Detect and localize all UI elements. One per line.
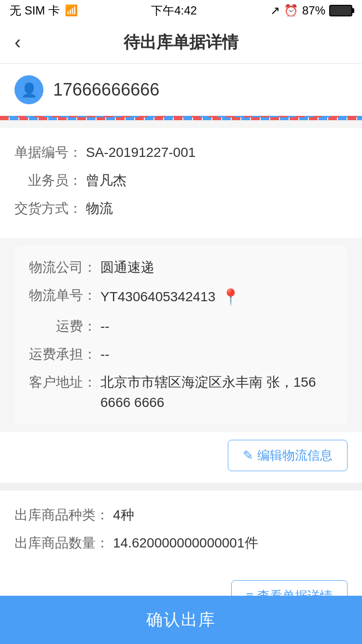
page-title: 待出库单据详情 (124, 31, 238, 54)
logistics-freight-bear-row: 运费承担： -- (29, 344, 333, 364)
delivery-label: 交货方式： (14, 198, 82, 219)
tracking-number: YT43064053424​13 (100, 287, 215, 307)
edit-logistics-button[interactable]: ✎ 编辑物流信息 (228, 440, 348, 471)
location-status-icon: ↗ (270, 4, 280, 17)
logistics-address-row: 客户地址： 北京市市辖区海淀区永丰南 张，156 6666 6666 (29, 372, 333, 413)
customer-header: 👤 17666666666 (0, 64, 362, 117)
battery-percent: 87% (302, 4, 325, 17)
section-divider (0, 483, 362, 490)
bottom-bar: 确认出库 (0, 596, 362, 644)
back-button[interactable]: ‹ (14, 31, 21, 53)
salesman-row: 业务员： 曾凡杰 (14, 170, 348, 191)
logistics-tracking-label: 物流单号： (29, 285, 97, 306)
order-no-label: 单据编号： (14, 142, 82, 163)
order-no-row: 单据编号： SA-20191227-001 (14, 142, 348, 163)
dashed-separator (0, 117, 362, 120)
goods-section: 出库商品种类： 4种 出库商品数量： 14.620000000000001件 (0, 490, 362, 573)
logistics-tracking-row: 物流单号： YT43064053424​13 📍 (29, 285, 333, 308)
logistics-freight-bear-value: -- (100, 344, 333, 364)
order-info-section: 单据编号： SA-20191227-001 业务员： 曾凡杰 交货方式： 物流 (0, 128, 362, 238)
logistics-freight-bear-label: 运费承担： (29, 344, 97, 364)
edit-logistics-label: 编辑物流信息 (257, 447, 333, 464)
logistics-address-value: 北京市市辖区海淀区永丰南 张，156 6666 6666 (100, 372, 333, 413)
confirm-button[interactable]: 确认出库 (146, 609, 216, 631)
carrier-text: 无 SIM 卡 (10, 3, 60, 18)
goods-quantity-row: 出库商品数量： 14.620000000000001件 (14, 533, 348, 553)
alarm-icon: ⏰ (284, 4, 298, 17)
goods-quantity-label: 出库商品数量： (14, 533, 109, 553)
order-no-value: SA-20191227-001 (86, 142, 348, 163)
salesman-label: 业务员： (14, 170, 82, 191)
goods-types-value: 4种 (113, 505, 348, 525)
status-right: ↗ ⏰ 87% (270, 4, 352, 17)
status-left: 无 SIM 卡 📶 (10, 3, 78, 18)
edit-icon: ✎ (243, 448, 253, 463)
avatar-icon: 👤 (21, 82, 38, 98)
map-pin-icon[interactable]: 📍 (221, 285, 240, 308)
status-bar: 无 SIM 卡 📶 下午4:42 ↗ ⏰ 87% (0, 0, 362, 21)
status-time: 下午4:42 (151, 3, 197, 18)
edit-logistics-section: ✎ 编辑物流信息 (0, 432, 362, 483)
logistics-company-label: 物流公司： (29, 257, 97, 278)
goods-types-row: 出库商品种类： 4种 (14, 505, 348, 525)
logistics-company-row: 物流公司： 圆通速递 (29, 257, 333, 278)
delivery-row: 交货方式： 物流 (14, 198, 348, 219)
delivery-value: 物流 (86, 198, 348, 219)
logistics-freight-label: 运费： (29, 316, 97, 336)
battery-icon (329, 5, 352, 16)
goods-quantity-value: 14.620000000000001件 (113, 533, 348, 553)
logistics-address-label: 客户地址： (29, 372, 97, 392)
customer-phone: 17666666666 (53, 80, 159, 100)
logistics-freight-row: 运费： -- (29, 316, 333, 336)
wifi-icon: 📶 (65, 4, 78, 17)
logistics-tracking-value: YT43064053424​13 📍 (100, 285, 333, 308)
nav-bar: ‹ 待出库单据详情 (0, 21, 362, 64)
avatar: 👤 (14, 75, 43, 104)
logistics-card: 物流公司： 圆通速递 物流单号： YT43064053424​13 📍 运费： … (14, 246, 348, 424)
logistics-freight-value: -- (100, 316, 333, 336)
logistics-company-value: 圆通速递 (100, 257, 333, 278)
salesman-value: 曾凡杰 (86, 170, 348, 191)
goods-types-label: 出库商品种类： (14, 505, 109, 525)
